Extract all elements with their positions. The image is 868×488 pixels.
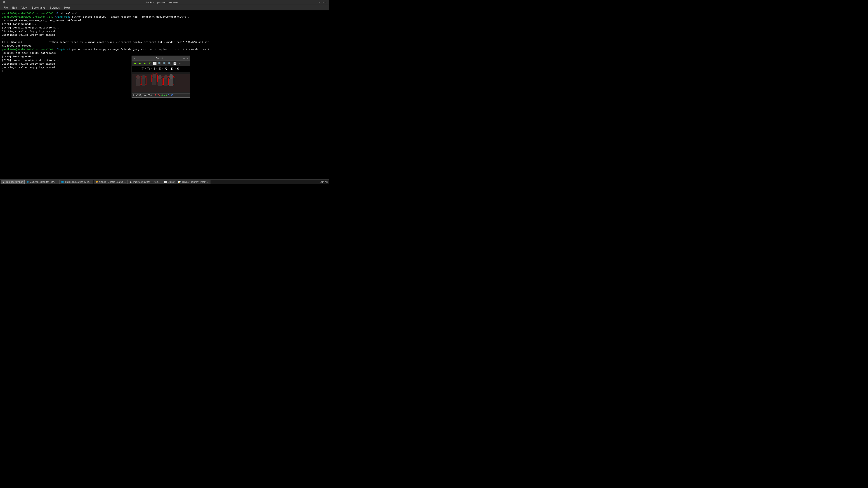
menu-item-bookmarks[interactable]: Bookmarks (30, 6, 48, 10)
prompt-path: :~$ (53, 12, 58, 15)
toolbar-zoom-reset[interactable]: 🔍 (167, 61, 172, 66)
taskbar-item-5[interactable]: ⬜Output (162, 180, 176, 184)
prompt-dir: imgProc (58, 15, 69, 18)
output-title-bar: ✕ Output — ✕ (132, 56, 190, 61)
toolbar-zoom-out[interactable]: 🔍 (162, 61, 167, 66)
output-title: Output (136, 57, 182, 60)
terminal-line: > --model res10_300x300_ssd_iter_140000.… (2, 19, 327, 22)
maximize-button[interactable]: ❐ (322, 1, 324, 4)
toolbar-back[interactable]: ◀ (133, 61, 137, 66)
output-image: F·R·I·E·N·D·S 99.91% (132, 66, 190, 93)
menu-bar: FileEditViewBookmarksSettingsHelp (0, 5, 329, 10)
prompt-dollar: $ (69, 48, 70, 51)
svg-rect-21 (158, 79, 162, 86)
clock: 2:14 AM (320, 181, 328, 183)
toolbar-save[interactable]: 💾 (173, 61, 177, 66)
output-close[interactable]: ✕ (186, 57, 189, 60)
taskbar-icon-window: ⬜ (164, 181, 167, 184)
output-status-bar: (x=157, y=155) ~ R:54 G:49 B:30 (132, 93, 190, 97)
terminal-line: _300x300_ssd_iter_140000.caffemodel (2, 51, 327, 55)
prompt-dir: imgProc (58, 48, 69, 51)
toolbar-edit[interactable]: ✏ (178, 61, 182, 66)
prompt-path: :~/ (53, 48, 58, 51)
faces-svg: 99.91% 99.03% 93.00% 98.98% (132, 72, 190, 92)
taskbar-right: 2:14 AM (319, 181, 328, 183)
close-button[interactable]: ✕ (325, 1, 327, 4)
friends-title: F·R·I·E·N·D·S (132, 66, 190, 72)
prompt-user: yashk2000@yashk2000-Inspiron-7548 (2, 12, 53, 15)
toolbar-down[interactable]: ▼ (148, 61, 152, 66)
taskbar-item-2[interactable]: 🌐Internship [Career] IIJ Innovatio... (59, 180, 93, 184)
taskbar-label: transfer_color.py - imgProc - V... (182, 181, 209, 183)
minimize-button[interactable]: — (319, 1, 320, 4)
taskbar-icon-editor: 📝 (178, 181, 181, 184)
terminal-line: [INFO] computing object detections... (2, 26, 327, 30)
taskbar-item-6[interactable]: 📝transfer_color.py - imgProc - V... (177, 180, 211, 184)
status-g: G:49 (161, 94, 167, 97)
output-icon: ✕ (133, 57, 136, 60)
taskbar-label: imgProc : python — Konsole (133, 181, 160, 183)
svg-point-22 (164, 75, 167, 79)
prompt-command: cd imgProc/ (58, 12, 76, 15)
taskbar-label: Internship [Career] IIJ Innovatio... (65, 181, 92, 183)
menu-item-help[interactable]: Help (62, 6, 72, 10)
toolbar-zoom-in[interactable]: 🔍 (158, 61, 162, 66)
status-b: B:30 (168, 94, 173, 97)
status-r: R:54 (155, 94, 160, 97)
toolbar-fit[interactable]: ⬜ (153, 61, 157, 66)
taskbar-icon-browser: 🌐 (27, 181, 29, 184)
terminal-content: yashk2000@yashk2000-Inspiron-7548:~$ cd … (0, 10, 329, 180)
title-bar: 🖥 imgProc : python — Konsole — ❐ ✕ (0, 0, 329, 5)
svg-rect-23 (164, 79, 167, 86)
friends-image: F·R·I·E·N·D·S 99.91% (132, 66, 190, 93)
taskbar-item-3[interactable]: 🦁friends - Google Search - Brave (94, 180, 128, 184)
terminal-line: QSettings::value: Empty key passed (2, 33, 327, 37)
title-bar-icon: 🖥 (2, 1, 5, 4)
terminal-line: [1]+ Stopped python detect_faces.py --im… (2, 40, 327, 44)
svg-rect-15 (136, 79, 140, 86)
terminal-line: yashk2000@yashk2000-Inspiron-7548:~/imgP… (2, 15, 327, 19)
prompt-command: python detect_faces.py --image rooster.j… (70, 15, 189, 18)
taskbar-label: Job Application for Technical Wri... (30, 181, 57, 183)
svg-rect-19 (152, 78, 156, 85)
output-window: ✕ Output — ✕ ◀ ▶ ▲ ▼ ⬜ 🔍 🔍 🔍 💾 ✏ F·R·I·E… (131, 56, 190, 98)
menu-item-edit[interactable]: Edit (10, 6, 19, 10)
taskbar-item-0[interactable]: ▶imgProc : python (1, 180, 25, 184)
svg-point-20 (158, 75, 162, 79)
window-controls: — ❐ ✕ (319, 1, 327, 4)
output-toolbar: ◀ ▶ ▲ ▼ ⬜ 🔍 🔍 🔍 💾 ✏ (132, 61, 190, 66)
friends-faces: 99.91% 99.03% 93.00% 98.98% (132, 72, 190, 93)
prompt-path: :~/ (53, 15, 58, 18)
toolbar-forward[interactable]: ▶ (138, 61, 142, 66)
taskbar-item-1[interactable]: 🌐Job Application for Technical Wri... (25, 180, 59, 184)
toolbar-up[interactable]: ▲ (143, 61, 147, 66)
svg-point-16 (142, 75, 145, 79)
prompt-user: yashk2000@yashk2000-Inspiron-7548 (2, 48, 53, 51)
prompt-dollar: $ (69, 15, 70, 18)
svg-point-18 (152, 74, 156, 78)
terminal-line: ^Z (2, 37, 327, 40)
terminal-line: [INFO] loading model... (2, 22, 327, 26)
status-coords: (x=157, y=155) ~ (133, 94, 155, 97)
taskbar: ▶imgProc : python🌐Job Application for Te… (0, 180, 329, 184)
menu-item-view[interactable]: View (19, 6, 30, 10)
prompt-command: python detect_faces.py --image friends.j… (70, 48, 209, 51)
terminal-line: yashk2000@yashk2000-Inspiron-7548:~$ cd … (2, 11, 327, 15)
taskbar-label: Output (168, 181, 175, 183)
menu-item-file[interactable]: File (1, 6, 10, 10)
taskbar-label: imgProc : python (6, 181, 23, 183)
svg-rect-25 (169, 79, 174, 86)
taskbar-icon-browser: 🌐 (61, 181, 64, 184)
menu-item-settings[interactable]: Settings (48, 6, 62, 10)
taskbar-item-4[interactable]: ▶imgProc : python — Konsole (128, 180, 162, 184)
terminal-line: r_140000.caffemodel (2, 44, 327, 48)
output-minimize[interactable]: — (182, 57, 186, 60)
svg-rect-17 (142, 79, 145, 86)
title-bar-text: imgProc : python — Konsole (146, 1, 178, 4)
terminal-line: yashk2000@yashk2000-Inspiron-7548:~/imgP… (2, 48, 327, 51)
taskbar-icon-terminal: ▶ (2, 181, 5, 184)
taskbar-icon-brave: 🦁 (95, 181, 98, 184)
svg-point-14 (136, 75, 140, 79)
svg-point-24 (169, 74, 174, 79)
prompt-user: yashk2000@yashk2000-Inspiron-7548 (2, 15, 53, 18)
